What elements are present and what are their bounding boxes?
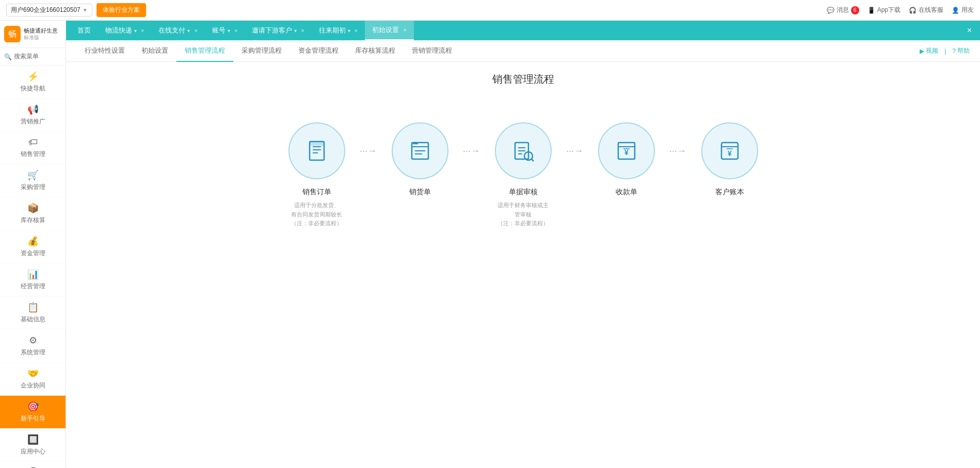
- flow-title-customer-ledger: 客户账本: [715, 188, 744, 197]
- flow-step-receipt[interactable]: ¥ 收款单: [585, 122, 668, 201]
- sidebar-item-marketing-promo[interactable]: 📢营销推广: [0, 99, 66, 132]
- sidebar-item-operations-mgmt[interactable]: 📊经营管理: [0, 263, 66, 297]
- help-icon: ?: [952, 48, 956, 55]
- chevron-down-icon: ▼: [83, 7, 88, 13]
- top-bar: 用户690企业1660120507 ▼ 体验行业方案 💬 消息 6 📱 App下…: [0, 0, 980, 21]
- close-tab-icon[interactable]: ×: [403, 27, 406, 33]
- sidebar-icon-new-guide: 🎯: [27, 401, 39, 412]
- flow-step-sales-order[interactable]: 销售订单 适用于分批发货、有合同发货周期较长（注：非必要流程）: [276, 122, 358, 228]
- sidebar-label-finance-mgmt: 资金管理: [21, 249, 45, 258]
- arrow-icon: ···→: [360, 146, 377, 157]
- user-avatar-item[interactable]: 👤 用友: [952, 6, 974, 14]
- flow-arrow-4: ···→: [668, 122, 688, 157]
- message-badge: 6: [851, 6, 859, 14]
- help-label: 帮助: [957, 46, 970, 55]
- sidebar-icon-app-center: 🔲: [27, 434, 39, 445]
- flow-desc-doc-audit: 适用于财务审核或主管审核（注：非必要流程）: [497, 201, 549, 228]
- app-download-label: App下载: [877, 6, 901, 14]
- sidebar-item-finance-mgmt[interactable]: 💰资金管理: [0, 230, 66, 263]
- sidebar-label-purchase-mgmt: 采购管理: [21, 183, 45, 192]
- nav-tab-label: 邀请下游客户: [252, 26, 292, 35]
- video-label: 视频: [926, 46, 938, 55]
- sidebar-label-app-center: 应用中心: [21, 447, 45, 456]
- nav-tab-label: 首页: [77, 26, 91, 35]
- sidebar-item-enterprise-collab[interactable]: 🤝企业协同: [0, 363, 66, 396]
- sidebar-item-system-mgmt[interactable]: ⚙系统管理: [0, 330, 66, 363]
- nav-tab-邀请下游客户[interactable]: 邀请下游客户▾×: [245, 21, 311, 40]
- logo-sub: 标准版: [24, 34, 58, 41]
- nav-tab-label: 初始设置: [372, 25, 399, 35]
- flow-step-customer-ledger[interactable]: ¥ 客户账本: [688, 122, 771, 201]
- close-all-tabs[interactable]: ×: [963, 26, 976, 35]
- nav-tab-往来期初[interactable]: 往来期初▾×: [312, 21, 365, 40]
- app-icon: 📱: [867, 7, 875, 14]
- nav-tab-物流快递[interactable]: 物流快递▾×: [98, 21, 151, 40]
- sub-tab-采购管理流程[interactable]: 采购管理流程: [233, 40, 290, 62]
- sub-tab-资金管理流程[interactable]: 资金管理流程: [290, 40, 347, 62]
- sub-tabs-right: ▶ 视频 | ? 帮助: [920, 46, 970, 55]
- flow-circle-sales-order: [288, 122, 345, 179]
- nav-tab-账号[interactable]: 账号▾×: [205, 21, 245, 40]
- sub-tab-初始设置[interactable]: 初始设置: [133, 40, 176, 62]
- dropdown-arrow-icon: ▾: [134, 28, 137, 34]
- svg-text:¥: ¥: [728, 149, 732, 158]
- video-help-item[interactable]: ▶ 视频: [920, 46, 938, 55]
- user-selector[interactable]: 用户690企业1660120507 ▼: [6, 4, 92, 17]
- sidebar-items: ⚡快捷导航📢营销推广🏷销售管理🛒采购管理📦库存核算💰资金管理📊经营管理📋基础信息…: [0, 66, 66, 468]
- avatar-icon: 👤: [952, 7, 959, 14]
- sidebar-search[interactable]: 🔍 搜索菜单: [0, 48, 66, 66]
- sub-tab-销售管理流程[interactable]: 销售管理流程: [176, 40, 233, 62]
- flow-diagram: 销售订单 适用于分批发货、有合同发货周期较长（注：非必要流程） ···→ 销货单…: [76, 112, 970, 239]
- nav-tab-首页[interactable]: 首页: [70, 21, 98, 40]
- logo-area: 畅 畅捷通好生意 标准版: [0, 21, 66, 48]
- sidebar-icon-sales-mgmt: 🏷: [28, 137, 38, 148]
- sidebar-icon-purchase-mgmt: 🛒: [27, 169, 39, 181]
- dropdown-arrow-icon: ▾: [348, 28, 350, 34]
- top-bar-right: 💬 消息 6 📱 App下载 🎧 在线客服 👤 用友: [827, 6, 974, 14]
- sidebar-item-app-center[interactable]: 🔲应用中心: [0, 429, 66, 462]
- svg-rect-4: [310, 142, 324, 146]
- sidebar-icon-enterprise-collab: 🤝: [27, 368, 39, 379]
- logo-line1: 畅捷通好生意: [24, 27, 58, 34]
- layout: 畅 畅捷通好生意 标准版 🔍 搜索菜单 ⚡快捷导航📢营销推广🏷销售管理🛒采购管理…: [0, 21, 980, 468]
- close-tab-icon[interactable]: ×: [234, 27, 237, 34]
- help-item[interactable]: ? 帮助: [952, 46, 970, 55]
- page-title: 销售管理流程: [76, 72, 970, 86]
- sidebar-icon-inventory: 📦: [27, 202, 39, 214]
- sidebar-item-quick-nav[interactable]: ⚡快捷导航: [0, 66, 66, 99]
- flow-step-doc-audit[interactable]: 单据审核 适用于财务审核或主管审核（注：非必要流程）: [482, 122, 565, 228]
- sidebar-label-marketing-promo: 营销推广: [21, 117, 45, 126]
- sidebar-item-basic-info[interactable]: 📋基础信息: [0, 297, 66, 330]
- nav-tab-在线支付[interactable]: 在线支付▾×: [151, 21, 204, 40]
- sub-tab-行业特性设置[interactable]: 行业特性设置: [76, 40, 133, 62]
- flow-step-sales-invoice[interactable]: 销货单: [379, 122, 461, 201]
- sidebar-item-purchase-mgmt[interactable]: 🛒采购管理: [0, 164, 66, 197]
- nav-tab-初始设置[interactable]: 初始设置×: [365, 21, 413, 40]
- sidebar-item-inventory[interactable]: 📦库存核算: [0, 197, 66, 230]
- svg-text:¥: ¥: [624, 148, 629, 157]
- svg-line-14: [531, 159, 534, 161]
- sidebar-label-quick-nav: 快捷导航: [21, 84, 45, 93]
- arrow-icon: ···→: [463, 146, 480, 157]
- flow-arrow-2: ···→: [461, 122, 482, 157]
- sub-tab-库存核算流程[interactable]: 库存核算流程: [347, 40, 404, 62]
- close-tab-icon[interactable]: ×: [301, 27, 304, 34]
- close-tab-icon[interactable]: ×: [194, 27, 197, 34]
- app-download-item[interactable]: 📱 App下载: [867, 6, 901, 14]
- sidebar-item-enterprise-wechat[interactable]: 💬企业微信: [0, 462, 66, 468]
- flow-title-sales-invoice: 销货单: [409, 188, 431, 197]
- experience-button[interactable]: 体验行业方案: [97, 3, 146, 17]
- sidebar-item-new-guide[interactable]: 🎯新手引导: [0, 396, 66, 429]
- message-item[interactable]: 💬 消息 6: [827, 6, 859, 14]
- logo-text-block: 畅捷通好生意 标准版: [24, 27, 58, 41]
- close-tab-icon[interactable]: ×: [141, 27, 144, 34]
- close-tab-icon[interactable]: ×: [355, 27, 358, 34]
- sub-tab-营销管理流程[interactable]: 营销管理流程: [404, 40, 460, 62]
- sidebar-icon-finance-mgmt: 💰: [27, 236, 39, 247]
- sidebar-label-new-guide: 新手引导: [21, 414, 45, 423]
- sidebar: 畅 畅捷通好生意 标准版 🔍 搜索菜单 ⚡快捷导航📢营销推广🏷销售管理🛒采购管理…: [0, 21, 66, 468]
- sidebar-icon-operations-mgmt: 📊: [27, 269, 39, 280]
- online-service-item[interactable]: 🎧 在线客服: [909, 6, 943, 14]
- user-name-label: 用友: [961, 6, 974, 14]
- sidebar-item-sales-mgmt[interactable]: 🏷销售管理: [0, 132, 66, 164]
